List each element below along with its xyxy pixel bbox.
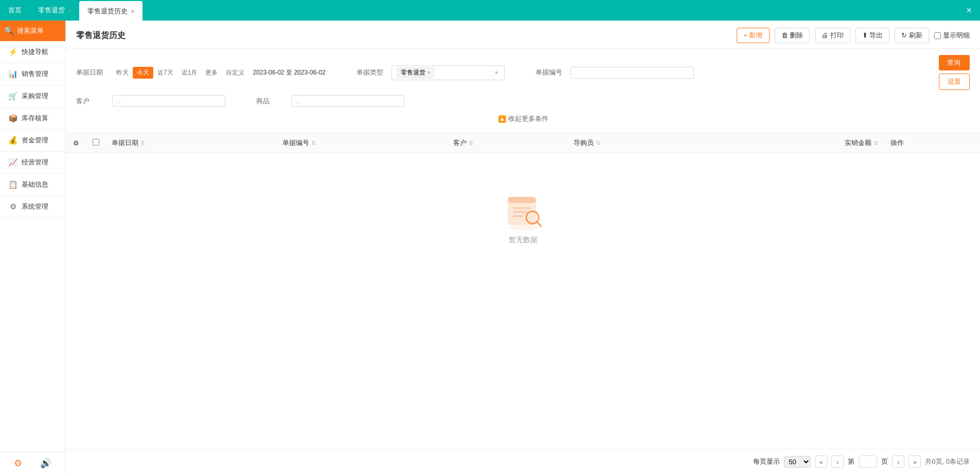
delete-button[interactable]: 🗑 删除 bbox=[775, 28, 810, 43]
first-page-button[interactable]: « bbox=[815, 455, 827, 468]
last-page-icon: » bbox=[913, 458, 917, 466]
date-btn-7days[interactable]: 近7天 bbox=[153, 67, 177, 79]
tab-home-label: 首页 bbox=[8, 6, 22, 15]
tab-retail-return-label: 零售退货 bbox=[38, 6, 65, 15]
sidebar-item-quick-nav-label: 快捷导航 bbox=[22, 47, 48, 57]
customer-sort-icon: ⇅ bbox=[469, 140, 473, 147]
doc-no-input[interactable] bbox=[571, 67, 694, 79]
sidebar-item-purchase-label: 采购管理 bbox=[22, 92, 48, 101]
filter-row-2: 客户 ... 商品 ... bbox=[76, 95, 970, 107]
tab-home[interactable]: 首页 bbox=[0, 0, 30, 21]
th-date-label: 单据日期 bbox=[112, 138, 138, 148]
page-number-input[interactable]: 1 bbox=[859, 455, 877, 468]
export-button[interactable]: ⬆ 导出 bbox=[856, 28, 890, 43]
page-unit: 页 bbox=[881, 457, 888, 466]
sidebar-item-system-mgmt[interactable]: ⚙ 系统管理 bbox=[0, 196, 65, 218]
date-btn-today[interactable]: 今天 bbox=[133, 67, 153, 79]
sidebar-item-inventory-label: 库存核算 bbox=[22, 114, 48, 123]
sidebar-item-funds-mgmt[interactable]: 💰 资金管理 bbox=[0, 130, 65, 152]
empty-state: 暂无数据 bbox=[66, 153, 980, 276]
date-filter: 昨天 今天 近7天 近1月 更多 自定义 2023-06-02 至 2023-0… bbox=[112, 67, 326, 79]
doc-no-filter-label: 单据编号 bbox=[536, 68, 566, 77]
volume-icon[interactable]: 🔊 bbox=[40, 458, 51, 469]
tab-retail-return-history[interactable]: 零售退货历史 × bbox=[79, 1, 142, 22]
table-wrapper: ⚙ 单据日期 ⇅ bbox=[66, 133, 980, 449]
table-header-row: ⚙ 单据日期 ⇅ bbox=[66, 133, 980, 153]
th-no[interactable]: 单据编号 ⇅ bbox=[276, 133, 447, 153]
inventory-icon: 📦 bbox=[8, 114, 17, 123]
doc-type-selector[interactable]: 零售退货 × ▼ bbox=[391, 65, 505, 80]
sidebar-item-inventory-calc[interactable]: 📦 库存核算 bbox=[0, 107, 65, 130]
tab-retail-return-history-close[interactable]: × bbox=[131, 8, 134, 14]
doc-type-tags: 零售退货 × bbox=[397, 67, 434, 78]
last-page-button[interactable]: » bbox=[908, 455, 921, 468]
basic-info-icon: 📋 bbox=[8, 180, 17, 189]
setting-button[interactable]: 设置 bbox=[939, 74, 970, 90]
data-table: ⚙ 单据日期 ⇅ bbox=[66, 133, 980, 276]
window-close-button[interactable]: × bbox=[958, 5, 980, 16]
tab-retail-return-close[interactable]: × bbox=[68, 7, 71, 13]
th-settings[interactable]: ⚙ bbox=[66, 133, 86, 153]
next-page-icon: › bbox=[897, 458, 899, 466]
query-button[interactable]: 查询 bbox=[939, 55, 970, 70]
th-customer[interactable]: 客户 ⇅ bbox=[447, 133, 568, 153]
main-area: 🔍 搜索菜单 ⚡ 快捷导航 📊 销售管理 🛒 采购管理 📦 库 bbox=[0, 21, 980, 474]
doc-type-tag: 零售退货 × bbox=[397, 67, 434, 78]
content-area: 零售退货历史 + 新增 🗑 删除 🖨 打印 ⬆ 导出 ↻ 刷新 显示明细 bbox=[66, 21, 980, 474]
customer-filter-label: 客户 bbox=[76, 97, 112, 106]
page-size-select[interactable]: 20 50 100 bbox=[784, 456, 811, 468]
page-content: 零售退货历史 + 新增 🗑 删除 🖨 打印 ⬆ 导出 ↻ 刷新 显示明细 bbox=[66, 21, 980, 474]
th-checkbox[interactable] bbox=[86, 133, 105, 153]
search-icon: 🔍 bbox=[4, 26, 14, 35]
select-all-checkbox[interactable] bbox=[93, 139, 99, 145]
sidebar-bottom: ⚙ 🔊 bbox=[0, 452, 65, 474]
date-btn-1month[interactable]: 近1月 bbox=[177, 67, 202, 79]
svg-rect-3 bbox=[513, 207, 531, 209]
top-bar: 首页 零售退货 × 零售退货历史 × × bbox=[0, 0, 980, 21]
new-button[interactable]: + 新增 bbox=[737, 28, 769, 43]
th-guide[interactable]: 导购员 ⇅ bbox=[567, 133, 713, 153]
next-page-button[interactable]: › bbox=[892, 455, 904, 468]
query-setting-buttons: 查询 设置 bbox=[939, 55, 970, 90]
date-btn-yesterday[interactable]: 昨天 bbox=[112, 67, 133, 79]
svg-rect-2 bbox=[508, 197, 536, 203]
print-button[interactable]: 🖨 打印 bbox=[815, 28, 850, 43]
doc-type-filter-label: 单据类型 bbox=[357, 68, 387, 77]
sidebar-item-operations-mgmt[interactable]: 📈 经营管理 bbox=[0, 152, 65, 174]
settings-icon[interactable]: ⚙ bbox=[14, 458, 22, 469]
th-no-label: 单据编号 bbox=[282, 138, 309, 148]
sales-icon: 📊 bbox=[8, 69, 17, 79]
prev-page-icon: ‹ bbox=[836, 458, 839, 466]
page-size-label: 每页显示 bbox=[753, 457, 780, 466]
first-page-icon: « bbox=[819, 458, 823, 466]
settings-gear-icon[interactable]: ⚙ bbox=[73, 139, 79, 147]
pagination: 每页显示 20 50 100 « ‹ 第 1 页 bbox=[66, 449, 980, 474]
sidebar-search[interactable]: 🔍 搜索菜单 bbox=[0, 21, 65, 41]
show-detail-label: 显示明细 bbox=[943, 31, 970, 40]
tab-retail-return[interactable]: 零售退货 × bbox=[30, 0, 79, 21]
show-detail-checkbox[interactable] bbox=[934, 32, 941, 39]
amount-sort-icon: ⇅ bbox=[874, 140, 878, 147]
doc-type-tag-close[interactable]: × bbox=[427, 69, 431, 76]
sidebar-item-sales-mgmt[interactable]: 📊 销售管理 bbox=[0, 63, 65, 85]
refresh-button[interactable]: ↻ 刷新 bbox=[895, 28, 929, 43]
date-btn-more[interactable]: 更多 bbox=[201, 67, 222, 79]
th-date[interactable]: 单据日期 ⇅ bbox=[105, 133, 276, 153]
date-range-text: 2023-06-02 至 2023-06-02 bbox=[253, 68, 325, 77]
prev-page-button[interactable]: ‹ bbox=[831, 455, 844, 468]
page-title: 零售退货历史 bbox=[76, 30, 126, 41]
collapse-button[interactable]: 🔼 收起更多条件 bbox=[490, 111, 557, 126]
sidebar-item-quick-nav[interactable]: ⚡ 快捷导航 bbox=[0, 41, 65, 63]
show-detail-checkbox-label: 显示明细 bbox=[934, 31, 970, 40]
goods-input-wrapper[interactable]: ... bbox=[291, 95, 404, 107]
th-action: 操作 bbox=[884, 133, 980, 153]
customer-input-wrapper[interactable]: ... bbox=[112, 95, 225, 107]
svg-point-0 bbox=[509, 225, 538, 230]
date-btn-custom[interactable]: 自定义 bbox=[222, 67, 248, 79]
sidebar-item-basic-info[interactable]: 📋 基础信息 bbox=[0, 174, 65, 196]
sidebar-item-purchase-mgmt[interactable]: 🛒 采购管理 bbox=[0, 85, 65, 107]
customer-placeholder: ... bbox=[117, 97, 122, 105]
quick-nav-icon: ⚡ bbox=[8, 47, 17, 57]
sidebar-item-basic-info-label: 基础信息 bbox=[22, 180, 48, 189]
th-amount[interactable]: 实销金额 ⇅ bbox=[714, 133, 884, 153]
